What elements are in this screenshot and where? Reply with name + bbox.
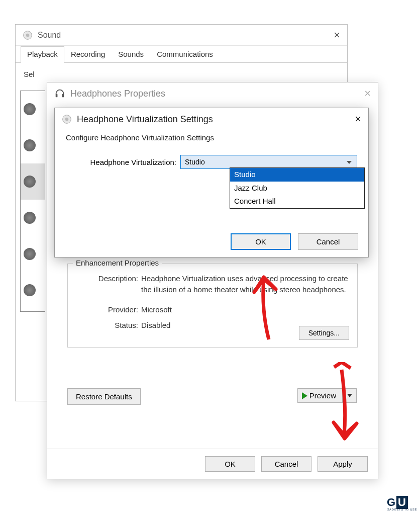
device-icon <box>24 248 36 260</box>
speaker-icon <box>23 30 33 40</box>
sound-tabs: Playback Recording Sounds Communications <box>16 46 347 63</box>
ok-button[interactable]: OK <box>205 456 255 472</box>
virt-ok-button[interactable]: OK <box>231 233 291 250</box>
device-icon <box>24 139 36 151</box>
tab-playback[interactable]: Playback <box>21 46 64 63</box>
virt-select[interactable]: Studio <box>180 155 357 169</box>
apply-button[interactable]: Apply <box>318 456 368 472</box>
virt-field-label: Headphone Virtualization: <box>66 158 176 166</box>
watermark-sub: GADGETS TO USE <box>387 508 417 511</box>
desc-value: Headphone Virtualization uses advanced p… <box>141 273 349 295</box>
virt-option-concert-hall[interactable]: Concert Hall <box>230 195 364 208</box>
device-icon <box>24 284 36 296</box>
virt-option-studio[interactable]: Studio <box>230 168 364 182</box>
virt-dropdown-list[interactable]: Studio Jazz Club Concert Hall <box>230 167 365 209</box>
status-label: Status: <box>76 320 141 331</box>
tab-recording[interactable]: Recording <box>64 46 112 63</box>
watermark-u: U <box>396 496 408 509</box>
watermark-logo: G U GADGETS TO USE <box>387 496 417 511</box>
virt-option-jazz-club[interactable]: Jazz Club <box>230 182 364 195</box>
preview-dropdown-button[interactable] <box>342 389 356 402</box>
close-icon[interactable]: × <box>334 30 340 41</box>
virt-titlebar: Headphone Virtualization Settings × <box>55 108 368 130</box>
tab-communications[interactable]: Communications <box>150 46 220 63</box>
preview-label: Preview <box>309 391 336 400</box>
close-icon[interactable]: × <box>364 88 371 99</box>
virt-instruction: Configure Headphone Virtualization Setti… <box>66 133 357 142</box>
chevron-down-icon <box>347 394 352 397</box>
device-icon <box>24 212 36 224</box>
device-icon <box>24 103 36 115</box>
provider-value: Microsoft <box>141 304 349 315</box>
preview-button[interactable]: Preview <box>298 389 342 402</box>
svg-rect-2 <box>56 94 58 97</box>
provider-label: Provider: <box>76 304 141 315</box>
virt-body: Configure Headphone Virtualization Setti… <box>55 130 368 172</box>
restore-defaults-button[interactable]: Restore Defaults <box>67 388 141 405</box>
device-list-fragment <box>20 91 45 312</box>
cancel-button[interactable]: Cancel <box>261 456 311 472</box>
virt-dialog-title: Headphone Virtualization Settings <box>77 114 355 125</box>
props-titlebar: Headphones Properties × <box>47 82 378 105</box>
svg-point-1 <box>26 33 30 37</box>
desc-label: Description: <box>76 273 141 295</box>
virtualization-dialog: Headphone Virtualization Settings × Conf… <box>54 108 369 258</box>
watermark-g: G <box>387 496 396 509</box>
svg-point-5 <box>65 118 69 121</box>
sound-select-text: Sel <box>24 70 339 78</box>
settings-button[interactable]: Settings... <box>299 326 349 340</box>
enhancement-legend: Enhancement Properties <box>73 259 162 267</box>
speaker-icon <box>62 114 72 124</box>
enhancement-properties-group: Enhancement Properties Description: Head… <box>67 264 358 348</box>
play-icon <box>302 392 307 399</box>
sound-window-title: Sound <box>38 31 334 40</box>
device-icon <box>24 176 36 188</box>
headphones-icon <box>54 88 65 99</box>
sound-titlebar: Sound × <box>16 25 347 46</box>
virt-select-value: Studio <box>185 158 205 166</box>
preview-split-button[interactable]: Preview <box>297 388 357 403</box>
tab-sounds[interactable]: Sounds <box>112 46 150 63</box>
props-footer: OK Cancel Apply <box>47 449 378 479</box>
close-icon[interactable]: × <box>355 113 361 126</box>
virt-cancel-button[interactable]: Cancel <box>298 233 358 250</box>
props-title: Headphones Properties <box>70 89 364 99</box>
virt-footer: OK Cancel <box>231 233 358 250</box>
svg-rect-3 <box>62 94 64 97</box>
